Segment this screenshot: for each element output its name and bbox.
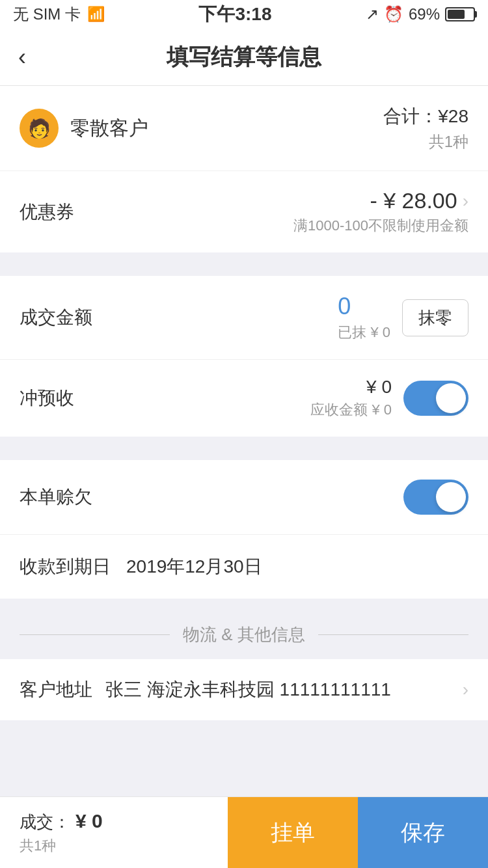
address-value: 张三 海淀永丰科技园 11111111111 [105,677,391,702]
round-button[interactable]: 抹零 [402,299,468,336]
due-date-label: 收款到期日 [20,554,111,579]
divider-2 [0,448,488,460]
coupon-right: - ¥ 28.00 › 满1000-100不限制使用金额 [293,188,468,236]
prepay-toggle[interactable] [403,381,468,416]
prepay-values: ¥ 0 应收金额 ¥ 0 [310,377,392,420]
transaction-label: 成交金额 [20,305,92,330]
total-count: 共1种 [383,131,468,152]
debt-toggle[interactable] [403,480,468,515]
debt-toggle-knob [436,482,466,512]
nav-bar: ‹ 填写结算等信息 [0,29,488,86]
address-row[interactable]: 客户地址 张三 海淀永丰科技园 11111111111 › [0,659,488,720]
transaction-right: 0 已抹 ¥ 0 抹零 [338,293,468,342]
customer-row: 🧑 零散客户 合计：¥28 共1种 [0,86,488,170]
transaction-amount: 0 [338,293,351,319]
prepay-amount: ¥ 0 [310,377,392,398]
wifi-icon: 📶 [87,6,105,23]
prepay-right: ¥ 0 应收金额 ¥ 0 [310,377,468,420]
avatar: 🧑 [20,109,59,148]
hang-button[interactable]: 挂单 [228,797,358,869]
customer-section: 🧑 零散客户 合计：¥28 共1种 优惠券 - ¥ 28.00 › 满1000-… [0,86,488,252]
chevron-right-icon: › [463,191,468,211]
address-section: 客户地址 张三 海淀永丰科技园 11111111111 › [0,659,488,720]
page-title: 填写结算等信息 [167,42,321,72]
customer-right: 合计：¥28 共1种 [383,104,468,152]
battery-label: 69% [409,5,440,23]
transaction-sub: 已抹 ¥ 0 [338,323,390,342]
coupon-description: 满1000-100不限制使用金额 [293,216,468,236]
header-line-right [318,634,468,635]
toggle-knob [436,383,466,413]
address-chevron-icon: › [463,679,468,700]
address-left: 客户地址 张三 海淀永丰科技园 11111111111 [20,677,391,702]
bottom-deal-label: 成交： [20,811,70,834]
due-date-value: 2019年12月30日 [126,554,262,579]
customer-left: 🧑 零散客户 [20,109,148,148]
bottom-count: 共1种 [20,836,208,856]
transaction-section: 成交金额 0 已抹 ¥ 0 抹零 冲预收 ¥ 0 应收金额 ¥ 0 [0,276,488,437]
header-line-left [20,634,170,635]
status-left: 无 SIM 卡 📶 [13,4,105,25]
save-button[interactable]: 保存 [358,797,488,869]
debt-section: 本单赊欠 收款到期日 2019年12月30日 [0,460,488,599]
alarm-icon: ⏰ [384,5,403,23]
carrier-label: 无 SIM 卡 [13,4,81,25]
bottom-deal-amount: ¥ 0 [75,810,103,832]
status-right: ↗ ⏰ 69% [366,5,475,23]
debt-label: 本单赊欠 [20,485,92,509]
prepay-sub: 应收金额 ¥ 0 [310,400,392,420]
coupon-row[interactable]: 优惠券 - ¥ 28.00 › 满1000-100不限制使用金额 [0,170,488,252]
coupon-label: 优惠券 [20,200,74,224]
logistics-header: 物流 & 其他信息 [0,610,488,659]
due-date-row: 收款到期日 2019年12月30日 [0,534,488,599]
location-icon: ↗ [366,5,379,23]
bottom-bar: 成交： ¥ 0 共1种 挂单 保存 [0,796,488,868]
prepay-label: 冲预收 [20,386,74,411]
bottom-info: 成交： ¥ 0 共1种 [0,810,228,856]
total-amount: 合计：¥28 [383,104,468,129]
transaction-row: 成交金额 0 已抹 ¥ 0 抹零 [0,276,488,360]
back-button[interactable]: ‹ [18,44,26,71]
customer-name: 零散客户 [70,115,148,142]
logistics-label: 物流 & 其他信息 [170,623,318,646]
status-bar: 无 SIM 卡 📶 下午3:18 ↗ ⏰ 69% [0,0,488,29]
battery-fill [448,10,465,19]
divider-1 [0,264,488,276]
coupon-amount: - ¥ 28.00 [370,188,457,213]
status-time: 下午3:18 [198,2,271,27]
prepay-row: 冲预收 ¥ 0 应收金额 ¥ 0 [0,360,488,437]
battery-bar [445,7,475,21]
debt-row: 本单赊欠 [0,460,488,534]
address-label: 客户地址 [20,677,92,702]
